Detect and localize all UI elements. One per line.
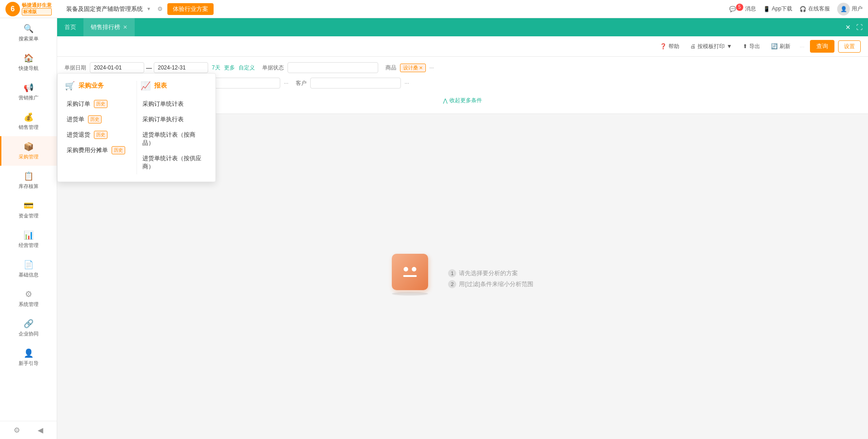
system-dropdown-arrow[interactable]: ▼ <box>146 6 151 11</box>
settings-icon[interactable]: ⚙ <box>155 4 166 15</box>
toolbar: ❓ 帮助 🖨 按模板打印 ▼ ⬆ 导出 🔄 刷新 <box>57 36 868 57</box>
dropdown-item-expense[interactable]: 采购费用分摊单 历史 <box>65 143 133 158</box>
date-end-input[interactable] <box>154 62 208 73</box>
hint-num-1: 1 <box>448 269 456 277</box>
customer-input[interactable] <box>310 78 401 89</box>
logo-tag: 标准版 <box>22 8 52 15</box>
report-col-title: 报表 <box>154 82 167 90</box>
settings-button[interactable]: 设置 <box>838 40 861 53</box>
finance-icon: 💳 <box>24 201 34 211</box>
purchase-order-exec-label: 采购订单执行表 <box>142 115 184 123</box>
tab-bar-right: ✕ ⛶ <box>845 24 868 31</box>
dropdown-item-return[interactable]: 进货退货 历史 <box>65 127 133 143</box>
query-button[interactable]: 查询 <box>810 40 834 53</box>
refresh-label: 刷新 <box>780 43 790 50</box>
purchase-col-title: 采购业务 <box>78 82 104 90</box>
sidebar-item-inventory[interactable]: 📋 库存核算 <box>0 166 57 195</box>
expense-label: 采购费用分摊单 <box>67 146 108 154</box>
print-button[interactable]: 🖨 按模板打印 ▼ <box>687 41 736 52</box>
goods-tag-close[interactable]: ✕ <box>419 65 423 70</box>
dropdown-item-purchase-order-exec[interactable]: 采购订单执行表 <box>141 112 209 127</box>
sidebar-item-basic-info[interactable]: 📄 基础信息 <box>0 254 57 284</box>
refresh-button[interactable]: 🔄 刷新 <box>767 41 794 52</box>
sidebar-label-enterprise: 企业协同 <box>19 330 39 337</box>
filter-goods: 商品 设计桑 ✕ ··· <box>385 64 434 72</box>
dropdown-item-instock-stat-supplier[interactable]: 进货单统计表（按供应商） <box>141 151 209 174</box>
dropdown-divider <box>137 81 137 174</box>
system-info: 装备及固定资产辅助管理系统 ▼ ⚙ <box>66 4 166 15</box>
refresh-icon: 🔄 <box>771 43 778 49</box>
export-button[interactable]: ⬆ 导出 <box>739 41 764 52</box>
help-label: 帮助 <box>668 43 679 50</box>
tab-sales-rank[interactable]: 销售排行榜 ✕ <box>83 18 135 36</box>
marketing-icon: 📢 <box>24 83 34 93</box>
logo-icon: 6 <box>5 2 20 16</box>
app-download-action[interactable]: 📱 App下载 <box>763 5 792 13</box>
collapse-label: 收起更多条件 <box>449 97 482 104</box>
sidebar-item-quick-nav[interactable]: 🏠 快捷导航 <box>0 48 57 77</box>
sidebar-item-enterprise[interactable]: 🔗 企业协同 <box>0 313 57 343</box>
tab-bar: 首页 销售排行榜 ✕ ✕ ⛶ <box>57 18 868 36</box>
online-service-action[interactable]: 🎧 在线客服 <box>800 5 830 13</box>
sidebar-collapse-icon[interactable]: ◀ <box>38 426 43 434</box>
customer-label: 客户 <box>296 79 307 87</box>
date-range: — <box>90 62 208 73</box>
dropdown-item-purchase-order[interactable]: 采购订单 历史 <box>65 96 133 112</box>
sidebar-settings-icon[interactable]: ⚙ <box>14 426 20 434</box>
window-expand-icon[interactable]: ⛶ <box>856 24 863 31</box>
report-col-icon: 📈 <box>141 81 151 91</box>
customer-more[interactable]: ··· <box>405 80 409 86</box>
top-bar: 6 畅捷通好生意 标准版 装备及固定资产辅助管理系统 ▼ ⚙ 体验行业方案 💬 … <box>0 0 868 18</box>
date-shortcut-7d[interactable]: 7天 <box>212 64 220 72</box>
goods-more[interactable]: ··· <box>429 64 434 71</box>
purchase-icon: 📦 <box>24 142 34 152</box>
sidebar-label-sales: 销售管理 <box>19 124 39 131</box>
sidebar-bottom: ⚙ ◀ <box>0 421 57 439</box>
dropdown-item-instock-stat-goods[interactable]: 进货单统计表（按商品） <box>141 127 209 151</box>
sidebar-label-finance: 资金管理 <box>19 212 39 219</box>
sidebar-item-guide[interactable]: 👤 新手引导 <box>0 343 57 372</box>
sidebar-label-search: 搜索菜单 <box>19 35 39 42</box>
salesman-more[interactable]: ··· <box>284 80 288 86</box>
top-bar-right: 💬 5 消息 📱 App下载 🎧 在线客服 👤 用户 <box>729 3 863 15</box>
online-service-label: 在线客服 <box>808 5 830 13</box>
tab-sales-rank-label: 销售排行榜 <box>91 23 120 31</box>
dropdown-item-instock[interactable]: 进货单 历史 <box>65 112 133 127</box>
hint-text-2: 用[过滤]条件来缩小分析范围 <box>459 280 533 288</box>
purchase-order-label: 采购订单 <box>67 100 90 108</box>
sidebar-label-purchase: 采购管理 <box>19 153 39 160</box>
goods-tag: 设计桑 ✕ <box>400 64 426 72</box>
help-button[interactable]: ❓ 帮助 <box>656 41 683 52</box>
window-close-icon[interactable]: ✕ <box>845 24 851 31</box>
search-icon: 🔍 <box>24 24 34 34</box>
sidebar-item-sales[interactable]: 💰 销售管理 <box>0 107 57 136</box>
date-start-input[interactable] <box>90 62 144 73</box>
print-dropdown-arrow[interactable]: ▼ <box>727 43 732 49</box>
tab-close-icon[interactable]: ✕ <box>123 24 127 30</box>
sidebar-item-system[interactable]: ⚙ 系统管理 <box>0 284 57 313</box>
inventory-icon: 📋 <box>24 171 34 181</box>
sidebar-item-search[interactable]: 🔍 搜索菜单 <box>0 18 57 48</box>
date-label: 单据日期 <box>64 64 86 72</box>
sidebar-item-finance[interactable]: 💳 资金管理 <box>0 195 57 225</box>
tab-home[interactable]: 首页 <box>57 18 83 36</box>
sidebar-item-operation[interactable]: 📊 经营管理 <box>0 225 57 254</box>
industry-button[interactable]: 体验行业方案 <box>167 3 214 15</box>
message-action[interactable]: 💬 5 消息 <box>729 5 756 13</box>
date-shortcut-custom[interactable]: 自定义 <box>239 64 255 72</box>
user-action[interactable]: 👤 用户 <box>837 3 863 15</box>
purchase-col-header: 🛒 采购业务 <box>65 81 133 91</box>
status-select[interactable] <box>288 62 378 73</box>
app-container: 6 畅捷通好生意 标准版 装备及固定资产辅助管理系统 ▼ ⚙ 体验行业方案 💬 … <box>0 0 868 439</box>
collapse-button[interactable]: ⋀ 收起更多条件 <box>443 93 482 108</box>
return-label: 进货退货 <box>67 131 90 139</box>
dropdown-item-purchase-order-stat[interactable]: 采购订单统计表 <box>141 96 209 112</box>
sidebar-item-marketing[interactable]: 📢 营销推广 <box>0 77 57 107</box>
system-title: 装备及固定资产辅助管理系统 <box>66 5 143 13</box>
export-label: 导出 <box>749 43 760 50</box>
sidebar-item-purchase[interactable]: 📦 采购管理 <box>0 136 57 166</box>
hint-num-2: 2 <box>448 280 456 288</box>
purchase-col-icon: 🛒 <box>65 81 75 91</box>
purchase-col: 🛒 采购业务 采购订单 历史 进货单 历史 进货退货 历史 采购费用分摊单 历史 <box>65 81 133 174</box>
date-shortcut-more[interactable]: 更多 <box>224 64 235 72</box>
